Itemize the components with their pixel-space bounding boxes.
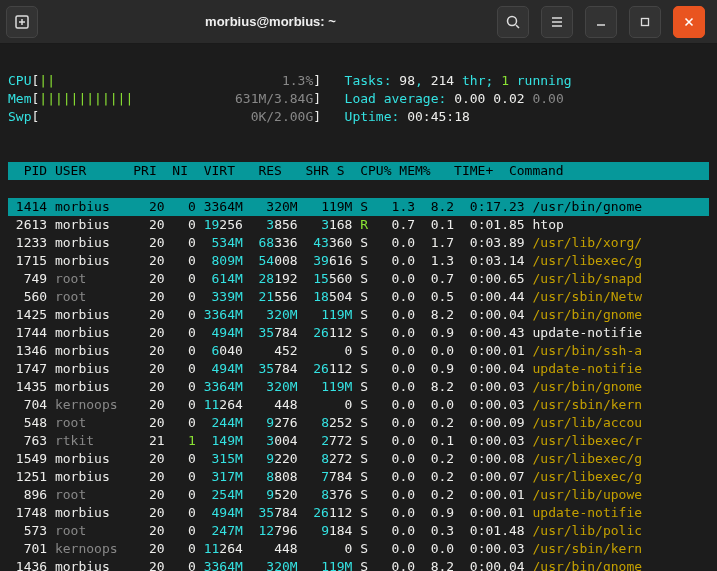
maximize-icon — [638, 15, 652, 29]
table-row[interactable]: 1435 morbius 20 0 3364M 320M 119M S 0.0 … — [8, 378, 709, 396]
table-row[interactable]: 1715 morbius 20 0 809M 54008 39616 S 0.0… — [8, 252, 709, 270]
table-row[interactable]: 1425 morbius 20 0 3364M 320M 119M S 0.0 … — [8, 306, 709, 324]
table-row[interactable]: 1346 morbius 20 0 6040 452 0 S 0.0 0.0 0… — [8, 342, 709, 360]
close-button[interactable] — [673, 6, 705, 38]
table-row[interactable]: 701 kernoops 20 0 11264 448 0 S 0.0 0.0 … — [8, 540, 709, 558]
window-title: morbius@morbius: ~ — [44, 14, 497, 29]
new-tab-icon — [14, 14, 30, 30]
close-icon — [682, 15, 696, 29]
search-icon — [505, 14, 521, 30]
table-row[interactable]: 749 root 20 0 614M 28192 15560 S 0.0 0.7… — [8, 270, 709, 288]
table-row[interactable]: 1251 morbius 20 0 317M 8808 7784 S 0.0 0… — [8, 468, 709, 486]
terminal[interactable]: CPU[|| 1.3%] Tasks: 98, 214 thr; 1 runni… — [0, 44, 717, 571]
hamburger-icon — [549, 14, 565, 30]
table-row[interactable]: 1748 morbius 20 0 494M 35784 26112 S 0.0… — [8, 504, 709, 522]
table-row[interactable]: 1744 morbius 20 0 494M 35784 26112 S 0.0… — [8, 324, 709, 342]
table-row[interactable]: 704 kernoops 20 0 11264 448 0 S 0.0 0.0 … — [8, 396, 709, 414]
table-row[interactable]: 896 root 20 0 254M 9520 8376 S 0.0 0.2 0… — [8, 486, 709, 504]
table-row[interactable]: 763 rtkit 21 1 149M 3004 2772 S 0.0 0.1 … — [8, 432, 709, 450]
svg-rect-2 — [642, 18, 649, 25]
menu-button[interactable] — [541, 6, 573, 38]
process-header[interactable]: PID USER PRI NI VIRT RES SHR S CPU% MEM%… — [8, 162, 709, 180]
table-row[interactable]: 1549 morbius 20 0 315M 9220 8272 S 0.0 0… — [8, 450, 709, 468]
table-row[interactable]: 548 root 20 0 244M 9276 8252 S 0.0 0.2 0… — [8, 414, 709, 432]
table-row[interactable]: 1414 morbius 20 0 3364M 320M 119M S 1.3 … — [8, 198, 709, 216]
search-button[interactable] — [497, 6, 529, 38]
meters-block: CPU[|| 1.3%] Tasks: 98, 214 thr; 1 runni… — [8, 72, 709, 144]
minimize-icon — [593, 14, 609, 30]
table-row[interactable]: 560 root 20 0 339M 21556 18504 S 0.0 0.5… — [8, 288, 709, 306]
titlebar: morbius@morbius: ~ — [0, 0, 717, 44]
minimize-button[interactable] — [585, 6, 617, 38]
new-tab-button[interactable] — [6, 6, 38, 38]
table-row[interactable]: 1233 morbius 20 0 534M 68336 43360 S 0.0… — [8, 234, 709, 252]
process-list[interactable]: 1414 morbius 20 0 3364M 320M 119M S 1.3 … — [8, 198, 709, 571]
maximize-button[interactable] — [629, 6, 661, 38]
table-row[interactable]: 2613 morbius 20 0 19256 3856 3168 R 0.7 … — [8, 216, 709, 234]
table-row[interactable]: 573 root 20 0 247M 12796 9184 S 0.0 0.3 … — [8, 522, 709, 540]
svg-point-1 — [508, 16, 517, 25]
table-row[interactable]: 1747 morbius 20 0 494M 35784 26112 S 0.0… — [8, 360, 709, 378]
table-row[interactable]: 1436 morbius 20 0 3364M 320M 119M S 0.0 … — [8, 558, 709, 571]
